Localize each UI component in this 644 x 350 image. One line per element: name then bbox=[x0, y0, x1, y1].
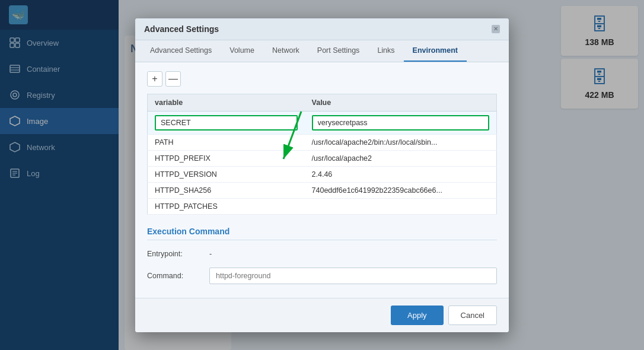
var-cell-path: PATH bbox=[148, 134, 305, 150]
command-input[interactable] bbox=[209, 268, 497, 284]
command-row: Command: bbox=[147, 263, 497, 289]
execution-section: Execution Command Entrypoint: - Command: bbox=[147, 227, 497, 289]
val-cell-httpd-patches bbox=[305, 198, 497, 214]
var-cell-httpd-patches: HTTPD_PATCHES bbox=[148, 198, 305, 214]
modal-close-button[interactable]: ✕ bbox=[492, 25, 500, 33]
modal-body: + — variable Value bbox=[135, 62, 509, 298]
col-value: Value bbox=[305, 94, 497, 111]
modal-title: Advanced Settings bbox=[144, 24, 219, 34]
table-row-secret bbox=[148, 111, 497, 134]
execution-title: Execution Command bbox=[147, 227, 497, 240]
entrypoint-value: - bbox=[209, 250, 212, 258]
entrypoint-label: Entrypoint: bbox=[147, 250, 200, 258]
tab-links[interactable]: Links bbox=[368, 40, 403, 62]
advanced-settings-modal: Advanced Settings ✕ Advanced Settings Vo… bbox=[135, 18, 509, 332]
table-row-httpd-sha256: HTTPD_SHA256 740eddf6e1c641992b22359cabc… bbox=[148, 182, 497, 198]
var-cell-secret[interactable] bbox=[148, 111, 305, 134]
tab-network[interactable]: Network bbox=[263, 40, 308, 62]
val-input-secret[interactable] bbox=[312, 115, 489, 131]
var-input-secret[interactable] bbox=[155, 115, 298, 131]
val-cell-httpd-prefix: /usr/local/apache2 bbox=[305, 150, 497, 166]
val-cell-httpd-sha256: 740eddf6e1c641992b22359cabc66e6... bbox=[305, 182, 497, 198]
add-icon: + bbox=[152, 74, 157, 84]
var-cell-httpd-version: HTTPD_VERSION bbox=[148, 166, 305, 182]
tab-port-settings[interactable]: Port Settings bbox=[308, 40, 369, 62]
cancel-button[interactable]: Cancel bbox=[448, 306, 497, 325]
val-cell-httpd-version: 2.4.46 bbox=[305, 166, 497, 182]
tab-environment[interactable]: Environment bbox=[404, 40, 467, 62]
entrypoint-row: Entrypoint: - bbox=[147, 245, 497, 263]
table-row-httpd-prefix: HTTPD_PREFIX /usr/local/apache2 bbox=[148, 150, 497, 166]
tab-advanced-settings[interactable]: Advanced Settings bbox=[141, 40, 221, 62]
table-row-httpd-version: HTTPD_VERSION 2.4.46 bbox=[148, 166, 497, 182]
env-table-wrapper: variable Value bbox=[147, 94, 497, 215]
table-row-path: PATH /usr/local/apache2/bin:/usr/local/s… bbox=[148, 134, 497, 150]
env-toolbar: + — bbox=[147, 71, 497, 87]
modal-overlay: Advanced Settings ✕ Advanced Settings Vo… bbox=[0, 0, 644, 350]
remove-env-button[interactable]: — bbox=[165, 71, 181, 87]
table-row-httpd-patches: HTTPD_PATCHES bbox=[148, 198, 497, 214]
command-label: Command: bbox=[147, 272, 200, 280]
modal-close-icon: ✕ bbox=[493, 26, 498, 32]
modal-footer: Apply Cancel bbox=[135, 298, 509, 332]
col-variable: variable bbox=[148, 94, 305, 111]
modal-titlebar: Advanced Settings ✕ bbox=[135, 18, 509, 40]
val-cell-path: /usr/local/apache2/bin:/usr/local/sbin..… bbox=[305, 134, 497, 150]
apply-button[interactable]: Apply bbox=[391, 306, 444, 325]
add-env-button[interactable]: + bbox=[147, 71, 162, 87]
remove-icon: — bbox=[168, 74, 178, 84]
var-cell-httpd-prefix: HTTPD_PREFIX bbox=[148, 150, 305, 166]
var-cell-httpd-sha256: HTTPD_SHA256 bbox=[148, 182, 305, 198]
modal-tabs: Advanced Settings Volume Network Port Se… bbox=[135, 40, 509, 62]
val-cell-secret[interactable] bbox=[305, 111, 497, 134]
tab-volume[interactable]: Volume bbox=[221, 40, 263, 62]
env-table: variable Value bbox=[147, 94, 497, 215]
modal-controls: ✕ bbox=[492, 25, 500, 33]
